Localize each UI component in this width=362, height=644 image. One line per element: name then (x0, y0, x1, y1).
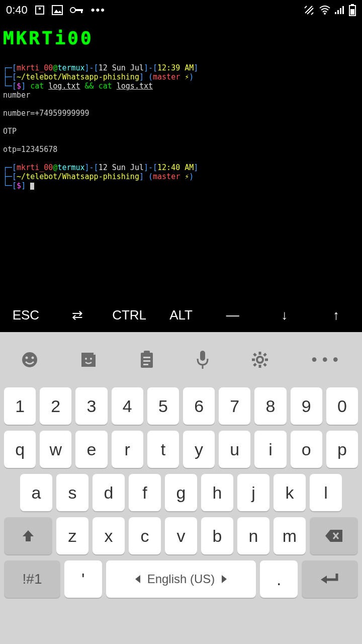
ascii-banner: MKRTi00 (0, 20, 362, 51)
chevron-left-icon (135, 575, 140, 583)
image-icon (52, 5, 63, 15)
output-line: number=+74959999999 (3, 109, 89, 118)
key-k[interactable]: k (274, 474, 306, 511)
key-3[interactable]: 3 (75, 387, 107, 425)
wifi-icon (319, 5, 331, 15)
kbd-row-numbers: 1 2 3 4 5 6 7 8 9 0 (0, 387, 362, 425)
svg-rect-23 (144, 351, 150, 355)
key-w[interactable]: w (40, 431, 71, 468)
svg-rect-12 (340, 8, 341, 14)
svg-point-21 (90, 358, 92, 360)
mic-icon[interactable] (196, 350, 210, 370)
android-status-bar: 0:40 ••• (0, 0, 362, 20)
key-y[interactable]: y (183, 431, 215, 468)
key-up[interactable]: ↑ (310, 307, 362, 323)
key-symbols[interactable]: !#1 (4, 560, 60, 598)
key-4[interactable]: 4 (112, 387, 143, 425)
svg-rect-25 (143, 360, 150, 362)
svg-point-4 (70, 8, 75, 13)
kbd-row-qwerty: q w e r t y u i o p (0, 431, 362, 468)
sticker-icon[interactable] (79, 351, 98, 369)
key-ctrl[interactable]: CTRL (104, 307, 155, 323)
svg-rect-24 (143, 357, 150, 358)
soft-keyboard: ••• 1 2 3 4 5 6 7 8 9 0 q w e r t y u i … (0, 332, 362, 644)
svg-line-36 (264, 354, 266, 356)
chevron-right-icon (222, 575, 227, 583)
key-esc[interactable]: ESC (0, 307, 52, 323)
key-a[interactable]: a (20, 474, 52, 511)
key-9[interactable]: 9 (291, 387, 322, 425)
key-8[interactable]: 8 (254, 387, 286, 425)
key-7[interactable]: 7 (219, 387, 250, 425)
svg-line-35 (264, 364, 266, 366)
svg-rect-10 (335, 12, 336, 14)
svg-rect-15 (351, 4, 354, 6)
key-enter[interactable] (302, 560, 358, 598)
svg-marker-39 (325, 530, 342, 542)
key-space[interactable]: English (US) (106, 560, 256, 598)
key-m[interactable]: m (274, 517, 306, 554)
key-v[interactable]: v (165, 517, 197, 554)
key-period[interactable]: . (260, 560, 298, 598)
key-2[interactable]: 2 (40, 387, 71, 425)
key-x[interactable]: x (93, 517, 125, 554)
svg-marker-3 (54, 10, 62, 13)
key-q[interactable]: q (4, 431, 36, 468)
svg-rect-2 (52, 6, 62, 15)
output-line: OTP (3, 127, 17, 136)
key-dash[interactable]: — (207, 307, 258, 323)
emoji-icon[interactable] (21, 351, 39, 369)
key-1[interactable]: 1 (4, 387, 36, 425)
key-alt[interactable]: ALT (155, 307, 207, 323)
svg-marker-38 (23, 530, 34, 541)
termux-extra-keys: ESC ⇄ CTRL ALT — ↓ ↑ (0, 298, 362, 332)
key-j[interactable]: j (237, 474, 269, 511)
svg-rect-6 (81, 9, 82, 13)
key-b[interactable]: b (201, 517, 233, 554)
key-tab[interactable]: ⇄ (52, 307, 104, 323)
key-d[interactable]: d (93, 474, 125, 511)
key-e[interactable]: e (75, 431, 107, 468)
output-line: otp=12345678 (3, 145, 57, 154)
key-i[interactable]: i (254, 431, 286, 468)
key-g[interactable]: g (165, 474, 197, 511)
svg-point-18 (25, 357, 28, 359)
svg-rect-26 (143, 364, 148, 365)
clock: 0:40 (6, 4, 28, 17)
key-c[interactable]: c (129, 517, 161, 554)
key-z[interactable]: z (56, 517, 88, 554)
more-icon[interactable]: ••• (310, 351, 341, 369)
key-f[interactable]: f (129, 474, 161, 511)
key-down[interactable]: ↓ (258, 307, 310, 323)
battery-icon (349, 4, 356, 16)
key-t[interactable]: t (147, 431, 179, 468)
svg-point-17 (22, 352, 37, 367)
key-h[interactable]: h (201, 474, 233, 511)
svg-point-29 (257, 357, 263, 363)
key-p[interactable]: p (326, 431, 358, 468)
svg-marker-42 (321, 576, 327, 584)
vpn-key-icon (70, 6, 84, 14)
key-shift[interactable] (4, 517, 52, 554)
key-o[interactable]: o (291, 431, 322, 468)
settings-icon[interactable] (251, 351, 269, 369)
svg-point-9 (324, 13, 326, 15)
key-6[interactable]: 6 (183, 387, 215, 425)
key-0[interactable]: 0 (326, 387, 358, 425)
key-r[interactable]: r (112, 431, 143, 468)
svg-rect-16 (350, 9, 354, 15)
square-icon (35, 5, 45, 15)
key-backspace[interactable] (310, 517, 358, 554)
key-n[interactable]: n (237, 517, 269, 554)
key-apostrophe[interactable]: ' (64, 560, 102, 598)
svg-point-19 (31, 357, 34, 359)
key-l[interactable]: l (310, 474, 342, 511)
key-u[interactable]: u (219, 431, 250, 468)
clipboard-icon[interactable] (139, 351, 155, 369)
terminal[interactable]: ┌─[mkrti_00@termux]-[12 Sun Jul]-[12:39 … (0, 51, 362, 193)
key-s[interactable]: s (56, 474, 88, 511)
svg-rect-13 (342, 6, 344, 14)
more-dots-icon: ••• (91, 4, 106, 17)
svg-rect-0 (36, 6, 44, 14)
key-5[interactable]: 5 (147, 387, 179, 425)
